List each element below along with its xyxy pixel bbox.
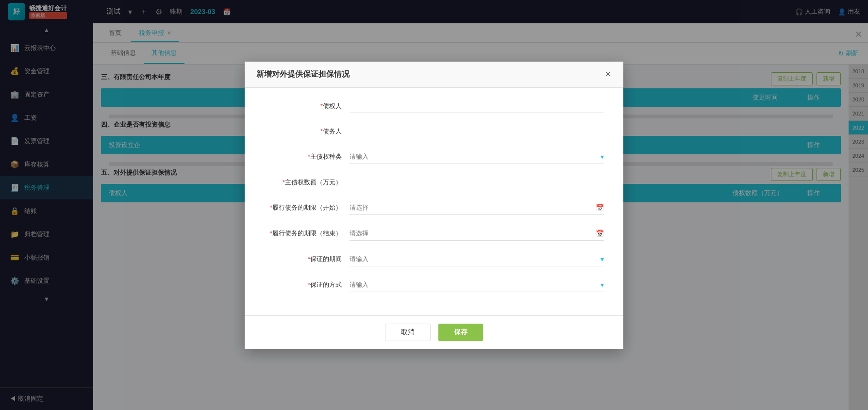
label-debtor: *债务人	[264, 127, 342, 136]
modal-title: 新增对外提供保证担保情况	[256, 69, 350, 80]
bg-close-icon[interactable]: ✕	[855, 29, 862, 40]
form-row-claim-amount: *主债权数额（万元）	[264, 176, 604, 189]
input-creditor[interactable]	[350, 99, 604, 113]
label-guarantee-method: *保证的方式	[264, 280, 342, 289]
guarantee-period-arrow-icon[interactable]: ▾	[601, 255, 604, 263]
label-creditor: *债权人	[264, 102, 342, 111]
modal-dialog: 新增对外提供保证担保情况 ✕ *债权人 *债务人 *主债权种类	[245, 62, 623, 349]
input-period-end[interactable]	[350, 230, 596, 237]
form-row-creditor: *债权人	[264, 99, 604, 113]
label-period-start: *履行债务的期限（开始）	[264, 203, 342, 212]
date-period-start[interactable]: 📅	[350, 201, 604, 215]
form-row-guarantee-period: *保证的期间 ▾	[264, 252, 604, 266]
claim-type-arrow-icon[interactable]: ▾	[601, 153, 604, 161]
modal-footer: 取消 保存	[245, 315, 623, 349]
form-row-guarantee-method: *保证的方式 ▾	[264, 278, 604, 292]
calendar-end-icon[interactable]: 📅	[596, 230, 604, 237]
label-claim-type: *主债权种类	[264, 152, 342, 161]
form-row-period-start: *履行债务的期限（开始） 📅	[264, 201, 604, 215]
calendar-start-icon[interactable]: 📅	[596, 204, 604, 212]
input-guarantee-method[interactable]	[350, 281, 601, 288]
guarantee-method-arrow-icon[interactable]: ▾	[601, 281, 604, 289]
date-period-end[interactable]: 📅	[350, 227, 604, 241]
modal-overlay: ✕ 新增对外提供保证担保情况 ✕ *债权人 *债务人	[0, 0, 868, 410]
label-guarantee-period: *保证的期间	[264, 255, 342, 263]
input-debtor[interactable]	[350, 125, 604, 138]
label-claim-amount: *主债权数额（万元）	[264, 178, 342, 187]
input-period-start[interactable]	[350, 204, 596, 211]
modal-close-btn[interactable]: ✕	[604, 70, 612, 79]
label-period-end: *履行债务的期限（结束）	[264, 229, 342, 238]
select-claim-type[interactable]: ▾	[350, 150, 604, 164]
form-row-debtor: *债务人	[264, 125, 604, 138]
cancel-button[interactable]: 取消	[385, 324, 431, 341]
input-claim-type[interactable]	[350, 153, 601, 160]
form-row-claim-type: *主债权种类 ▾	[264, 150, 604, 164]
modal-body: *债权人 *债务人 *主债权种类 ▾	[245, 88, 623, 315]
form-row-period-end: *履行债务的期限（结束） 📅	[264, 227, 604, 241]
select-guarantee-method[interactable]: ▾	[350, 278, 604, 292]
save-button[interactable]: 保存	[438, 324, 483, 341]
input-guarantee-period[interactable]	[350, 255, 601, 262]
select-guarantee-period[interactable]: ▾	[350, 252, 604, 266]
input-claim-amount[interactable]	[350, 176, 604, 189]
modal-header: 新增对外提供保证担保情况 ✕	[245, 62, 623, 88]
